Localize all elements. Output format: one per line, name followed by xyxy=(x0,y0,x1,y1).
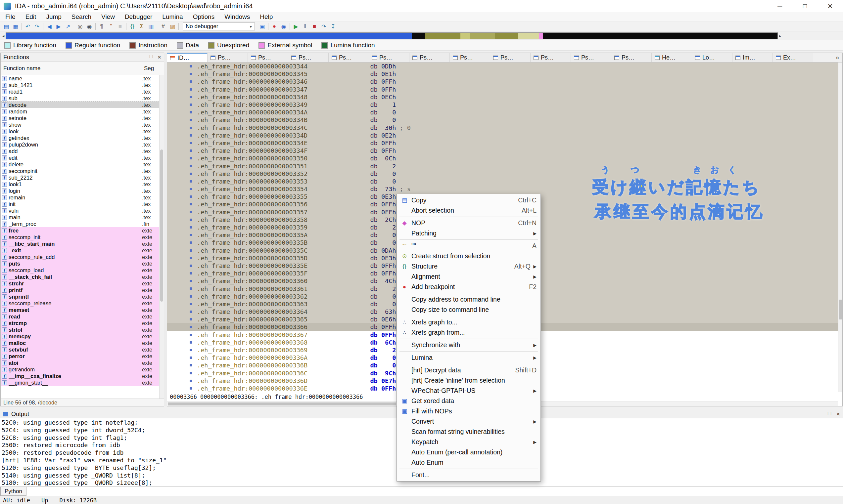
menu-lumina[interactable]: Lumina xyxy=(157,12,188,21)
tab-ps-8[interactable]: Ps… xyxy=(490,53,531,62)
forward-icon[interactable]: ▶ xyxy=(54,22,63,31)
function-row-look[interactable]: flook.tex xyxy=(1,128,164,134)
stop-icon[interactable]: ■ xyxy=(310,22,319,31)
disasm-line[interactable]: .eh_frame_hdr:000000000000334Cdb30h; 0 xyxy=(167,124,838,132)
tab-ps-10[interactable]: Ps… xyxy=(571,53,611,62)
menu-item-get-xored-data[interactable]: ▣Get xored data xyxy=(397,396,540,406)
tab-ps-9[interactable]: Ps… xyxy=(531,53,571,62)
comment-icon[interactable]: ¶ xyxy=(97,22,106,31)
menu-item-string-literal[interactable]: “”""A xyxy=(397,241,540,251)
menu-item-add-breakpoint[interactable]: ●Add breakpointF2 xyxy=(397,282,540,292)
functions-panel-titlebar[interactable]: Functions xyxy=(1,53,164,62)
navband-right-arrow-icon[interactable] xyxy=(778,33,782,38)
tab-he-12[interactable]: He… xyxy=(652,53,692,62)
function-row-__stack_chk_fail[interactable]: f__stack_chk_failexte xyxy=(1,273,164,280)
disasm-line[interactable]: .eh_frame_hdr:0000000000003352db0 xyxy=(167,170,838,178)
menu-view[interactable]: View xyxy=(96,12,120,21)
tab-ps-2[interactable]: Ps… xyxy=(248,53,288,62)
function-row-look1[interactable]: flook1.tex xyxy=(1,181,164,187)
functions-scrollbar[interactable] xyxy=(159,75,164,398)
disassembly-scrollbar-thumb[interactable] xyxy=(839,300,842,320)
column-segment[interactable]: Seg xyxy=(142,65,164,72)
menu-item-patching[interactable]: Patching▸ xyxy=(397,228,540,238)
function-row-strtol[interactable]: fstrtolexte xyxy=(1,326,164,333)
function-row-vuln[interactable]: fvuln.tex xyxy=(1,208,164,214)
tab-im-14[interactable]: Im… xyxy=(733,53,773,62)
output-float-icon[interactable] xyxy=(828,410,831,418)
function-row-getindex[interactable]: fgetindex.tex xyxy=(1,134,164,141)
functions-scrollbar-thumb[interactable] xyxy=(160,149,163,302)
function-row-malloc[interactable]: fmallocexte xyxy=(1,340,164,346)
function-row-strcmp[interactable]: fstrcmpexte xyxy=(1,320,164,326)
disasm-line[interactable]: .eh_frame_hdr:0000000000003354db73h; s xyxy=(167,185,838,193)
tab-id-0[interactable]: ID… xyxy=(167,53,208,62)
disasm-line[interactable]: .eh_frame_hdr:0000000000003347db0FFh xyxy=(167,86,838,93)
function-row-memset[interactable]: fmemsetexte xyxy=(1,307,164,313)
breakpoint-list-icon[interactable]: ● xyxy=(270,22,279,31)
menu-item-font[interactable]: Font... xyxy=(397,470,540,480)
menu-item-wpechat-gptapi-us[interactable]: WPeChat-GPTAPI-US▸ xyxy=(397,385,540,396)
python-input[interactable] xyxy=(27,487,843,496)
tab-ps-11[interactable]: Ps… xyxy=(611,53,652,62)
tab-ps-6[interactable]: Ps… xyxy=(409,53,450,62)
menu-item-hrt-decrypt-data[interactable]: [hrt] Decrypt dataShift+D xyxy=(397,365,540,375)
function-row-random[interactable]: frandom.tex xyxy=(1,108,164,115)
close-button[interactable] xyxy=(818,0,843,12)
menu-item-convert[interactable]: Convert▸ xyxy=(397,416,540,427)
function-row-decode[interactable]: fdecode.tex xyxy=(1,102,164,108)
tab-overflow-button[interactable] xyxy=(832,53,842,62)
enum-icon[interactable]: Σ xyxy=(137,22,146,31)
menu-item-copy-size-to-command-line[interactable]: Copy size to command line xyxy=(397,305,540,315)
pause-icon[interactable]: ‖ xyxy=(300,22,310,31)
undo-icon[interactable]: ↶ xyxy=(23,22,32,31)
function-row-seccomp_init[interactable]: fseccomp_initexte xyxy=(1,234,164,240)
function-row-memcpy[interactable]: fmemcpyexte xyxy=(1,333,164,340)
menu-item-synchronize-with[interactable]: Synchronize with▸ xyxy=(397,340,540,350)
disasm-line[interactable]: .eh_frame_hdr:0000000000003344db0DDh xyxy=(167,62,838,70)
function-row-getrandom[interactable]: fgetrandomexte xyxy=(1,366,164,373)
search-icon[interactable]: ◎ xyxy=(75,22,85,31)
function-row-init[interactable]: finit.tex xyxy=(1,201,164,208)
function-row-puts[interactable]: fputsexte xyxy=(1,260,164,267)
disasm-line[interactable]: .eh_frame_hdr:0000000000003353db0 xyxy=(167,178,838,185)
desktop-icon[interactable]: ▦ xyxy=(11,22,20,31)
disasm-line[interactable]: .eh_frame_hdr:000000000000334Ddb0E2h xyxy=(167,132,838,139)
function-row-sub_1421[interactable]: fsub_1421.tex xyxy=(1,82,164,88)
function-row-edit[interactable]: fedit.tex xyxy=(1,155,164,161)
disasm-line[interactable]: .eh_frame_hdr:000000000000334Edb0FFh xyxy=(167,139,838,147)
function-row-sub[interactable]: fsub.tex xyxy=(1,95,164,102)
menu-search[interactable]: Search xyxy=(67,12,96,21)
disasm-line[interactable]: .eh_frame_hdr:0000000000003348db0ECh xyxy=(167,93,838,101)
menu-help[interactable]: Help xyxy=(255,12,278,21)
start-debug-icon[interactable]: ▶ xyxy=(291,22,300,31)
debugger-select[interactable]: No debugger xyxy=(183,22,255,31)
function-row-add[interactable]: fadd.tex xyxy=(1,148,164,155)
step-into-icon[interactable]: ↧ xyxy=(328,22,338,31)
function-row-snprintf[interactable]: fsnprintfexte xyxy=(1,293,164,300)
function-row-delete[interactable]: fdelete.tex xyxy=(1,161,164,168)
functions-float-icon[interactable] xyxy=(150,54,153,61)
step-over-icon[interactable]: ↷ xyxy=(319,22,328,31)
watch-icon[interactable]: ◉ xyxy=(279,22,288,31)
disasm-line[interactable]: .eh_frame_hdr:000000000000334Bdb0 xyxy=(167,116,838,124)
string-icon[interactable]: ” xyxy=(106,22,116,31)
function-row-__imp__cxa_finalize[interactable]: f__imp__cxa_finalizeexte xyxy=(1,373,164,379)
save-icon[interactable]: ▤ xyxy=(2,22,11,31)
disasm-line[interactable]: .eh_frame_hdr:0000000000003345db0E1h xyxy=(167,70,838,78)
functions-close-icon[interactable] xyxy=(157,54,161,61)
disassembly-hscrollbar-thumb[interactable] xyxy=(168,402,396,406)
tab-lo-13[interactable]: Lo… xyxy=(692,53,733,62)
function-row-strchr[interactable]: fstrchrexte xyxy=(1,280,164,287)
menu-debugger[interactable]: Debugger xyxy=(120,12,157,21)
calc-icon[interactable]: # xyxy=(158,22,168,31)
function-row-_term_proc[interactable]: f_term_proc.fin xyxy=(1,220,164,227)
tab-ex-15[interactable]: Ex… xyxy=(773,53,813,62)
tab-ps-1[interactable]: Ps… xyxy=(208,53,248,62)
disasm-line[interactable]: .eh_frame_hdr:000000000000334Adb0 xyxy=(167,108,838,116)
menu-item-hrt-create-inline-from-selection[interactable]: [hrt] Create 'inline' from selection xyxy=(397,375,540,385)
menu-item-xrefs-graph-to[interactable]: ∴Xrefs graph to... xyxy=(397,317,540,327)
disasm-line[interactable]: .eh_frame_hdr:0000000000003349db1 xyxy=(167,101,838,108)
segment-icon[interactable]: ▥ xyxy=(146,22,156,31)
menu-jump[interactable]: Jump xyxy=(41,12,66,21)
menu-options[interactable]: Options xyxy=(188,12,220,21)
